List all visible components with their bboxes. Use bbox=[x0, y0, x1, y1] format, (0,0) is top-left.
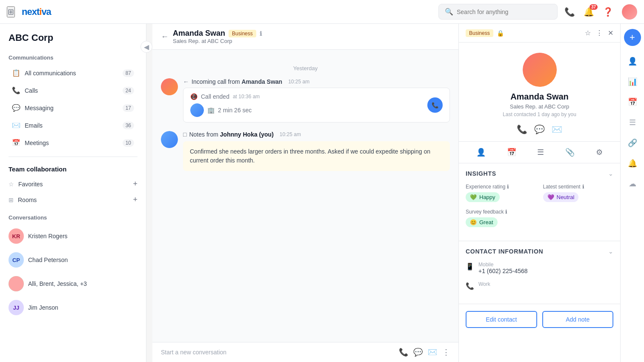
sidebar-item-rooms[interactable]: ⊞ Rooms + bbox=[0, 192, 146, 208]
search-input[interactable] bbox=[457, 9, 551, 15]
sidebar-divider bbox=[9, 157, 137, 157]
note-content-wrapper: □ Notes from Johnny Hoka (you) 10:25 am … bbox=[183, 131, 450, 171]
messaging-label: Messaging bbox=[25, 105, 118, 111]
profile-email-button[interactable]: ✉️ bbox=[552, 124, 562, 134]
footer-chat-button[interactable]: 💬 bbox=[413, 348, 423, 357]
far-right-person-icon[interactable]: 👤 bbox=[624, 53, 641, 70]
insights-chevron-icon: ⌄ bbox=[608, 170, 613, 177]
footer-email-button[interactable]: ✉️ bbox=[428, 348, 437, 357]
incoming-arrow-icon: ← bbox=[183, 78, 189, 85]
footer-more-button[interactable]: ⋮ bbox=[442, 348, 450, 357]
experience-rating-info-icon[interactable]: ℹ bbox=[507, 184, 509, 190]
chat-messages: Yesterday ← Incoming call from Amanda Sw… bbox=[152, 50, 458, 342]
far-right-link-icon[interactable]: 🔗 bbox=[624, 134, 641, 151]
emails-icon: ✉️ bbox=[12, 121, 20, 129]
info-icon[interactable]: ℹ bbox=[260, 30, 262, 37]
tab-calendar[interactable]: 📅 bbox=[504, 145, 519, 160]
calls-count: 24 bbox=[123, 87, 134, 94]
rooms-add-button[interactable]: + bbox=[133, 195, 137, 204]
sidebar-item-messaging[interactable]: 💬 Messaging 17 bbox=[3, 100, 143, 116]
emails-count: 36 bbox=[123, 122, 134, 129]
star-icon: ☆ bbox=[9, 181, 14, 188]
sidebar-item-emails[interactable]: ✉️ Emails 36 bbox=[3, 117, 143, 134]
business-badge: Business bbox=[229, 30, 256, 37]
team-collaboration-header: Team collaboration bbox=[0, 162, 146, 176]
favorites-add-button[interactable]: + bbox=[133, 180, 137, 188]
messaging-count: 17 bbox=[123, 104, 134, 112]
work-field: 📞 Work bbox=[466, 281, 613, 290]
add-note-button[interactable]: Add note bbox=[542, 311, 614, 328]
help-icon[interactable]: ❓ bbox=[603, 7, 613, 17]
call-header-row: ← Incoming call from Amanda Swan 10:25 a… bbox=[183, 78, 450, 85]
panel-more-button[interactable]: ⋮ bbox=[596, 29, 603, 37]
panel-star-button[interactable]: ☆ bbox=[585, 29, 591, 37]
contact-name-header: Amanda Swan Business ℹ bbox=[173, 29, 450, 38]
sidebar-item-calls[interactable]: 📞 Calls 24 bbox=[3, 82, 143, 99]
tab-person[interactable]: 👤 bbox=[474, 145, 488, 160]
top-navigation: ⊞ nextiva 🔍 📞 🔔 37 ❓ bbox=[0, 0, 644, 24]
latest-sentiment-badge: 💜 Neutral bbox=[543, 192, 579, 202]
phone-icon[interactable]: 📞 bbox=[564, 7, 575, 17]
fab-add-button[interactable]: + bbox=[624, 29, 641, 46]
logo: nextiva bbox=[22, 6, 51, 17]
survey-feedback-label: Survey feedback ℹ bbox=[466, 209, 613, 215]
conversation-kristen-rogers[interactable]: KR Kristen Rogers bbox=[0, 224, 146, 248]
insights-header[interactable]: INSIGHTS ⌄ bbox=[466, 170, 613, 177]
sidebar-item-favorites[interactable]: ☆ Favorites + bbox=[0, 176, 146, 192]
conversation-alli-brent-jessica[interactable]: Alli, Brent, Jessica, +3 bbox=[0, 272, 146, 296]
conversation-jim-jenson[interactable]: JJ Jim Jenson bbox=[0, 296, 146, 319]
survey-feedback-badge: 😊 Great bbox=[466, 217, 498, 227]
conversation-chad-peterson[interactable]: CP Chad Peterson bbox=[0, 248, 146, 272]
mobile-field: 📱 Mobile +1 (602) 225-4568 bbox=[466, 262, 613, 274]
sidebar-header: ABC Corp bbox=[0, 24, 146, 48]
edit-contact-button[interactable]: Edit contact bbox=[466, 311, 537, 328]
tab-settings[interactable]: ⚙ bbox=[593, 145, 605, 160]
notifications-icon[interactable]: 🔔 37 bbox=[584, 7, 594, 17]
panel-close-button[interactable]: ✕ bbox=[608, 29, 613, 37]
back-button[interactable]: ← bbox=[161, 32, 169, 41]
lock-icon: 🔒 bbox=[497, 30, 504, 37]
experience-rating-item: Experience rating ℹ 💚 Happy bbox=[466, 184, 536, 202]
note-from-label: Notes from Johnny Hoka (you) bbox=[189, 131, 273, 138]
call-duration: 2 min 26 sec bbox=[218, 107, 252, 114]
user-avatar[interactable] bbox=[622, 4, 637, 20]
jim-jenson-name: Jim Jenson bbox=[28, 304, 58, 311]
profile-chat-button[interactable]: 💬 bbox=[534, 124, 545, 134]
contact-header-info: Amanda Swan Business ℹ Sales Rep. at ABC… bbox=[173, 29, 450, 44]
grid-menu-icon[interactable]: ⊞ bbox=[7, 6, 15, 17]
profile-phone-button[interactable]: 📞 bbox=[517, 124, 527, 134]
footer-phone-button[interactable]: 📞 bbox=[399, 348, 408, 357]
call-back-button[interactable]: 📞 bbox=[427, 97, 443, 113]
profile-title: Sales Rep. at ABC Corp bbox=[510, 103, 569, 110]
conversations-section-label: Conversations bbox=[0, 208, 146, 224]
new-conversation-placeholder: Start a new conversation bbox=[161, 349, 394, 356]
far-right-calendar2-icon[interactable]: 📅 bbox=[624, 94, 641, 111]
tab-attachment[interactable]: 📎 bbox=[563, 145, 577, 160]
latest-sentiment-item: Latest sentiment ℹ 💜 Neutral bbox=[543, 184, 614, 202]
meetings-icon: 📅 bbox=[12, 139, 20, 147]
sidebar-item-meetings[interactable]: 📅 Meetings 10 bbox=[3, 134, 143, 151]
survey-info-icon[interactable]: ℹ bbox=[505, 209, 507, 215]
sentiment-info-icon[interactable]: ℹ bbox=[582, 184, 584, 190]
chat-area: ← Amanda Swan Business ℹ Sales Rep. at A… bbox=[152, 24, 458, 362]
sidebar-collapse-button[interactable]: ◀ bbox=[140, 41, 152, 53]
search-bar[interactable]: 🔍 bbox=[438, 4, 558, 20]
insights-title: INSIGHTS bbox=[466, 170, 496, 177]
building-icon: 🏢 bbox=[207, 107, 215, 114]
right-panel: Business 🔒 ☆ ⋮ ✕ Amanda Swan Sales Rep. … bbox=[458, 24, 620, 362]
call-ended-label: Call ended bbox=[201, 93, 229, 100]
far-right-lines-icon[interactable]: ☰ bbox=[624, 114, 641, 131]
contact-info-section: CONTACT INFORMATION ⌄ 📱 Mobile +1 (602) … bbox=[459, 241, 620, 304]
johnny-avatar-duration bbox=[190, 103, 204, 117]
neutral-heart-icon: 💜 bbox=[547, 194, 554, 200]
note-header: □ Notes from Johnny Hoka (you) 10:25 am bbox=[183, 131, 450, 138]
far-right-cloud-icon[interactable]: ☁ bbox=[624, 175, 641, 192]
sidebar-item-all-communications[interactable]: 📋 All communications 87 bbox=[3, 65, 143, 81]
call-ended-row: 📵 Call ended at 10:36 am bbox=[190, 93, 260, 100]
far-right-chart-icon[interactable]: 📊 bbox=[624, 73, 641, 90]
tab-list[interactable]: ☰ bbox=[535, 145, 547, 160]
far-right-bell-icon[interactable]: 🔔 bbox=[624, 155, 641, 172]
account-name: ABC Corp bbox=[9, 32, 137, 43]
call-ended-time: at 10:36 am bbox=[233, 94, 260, 100]
contact-info-header[interactable]: CONTACT INFORMATION ⌄ bbox=[466, 248, 613, 255]
